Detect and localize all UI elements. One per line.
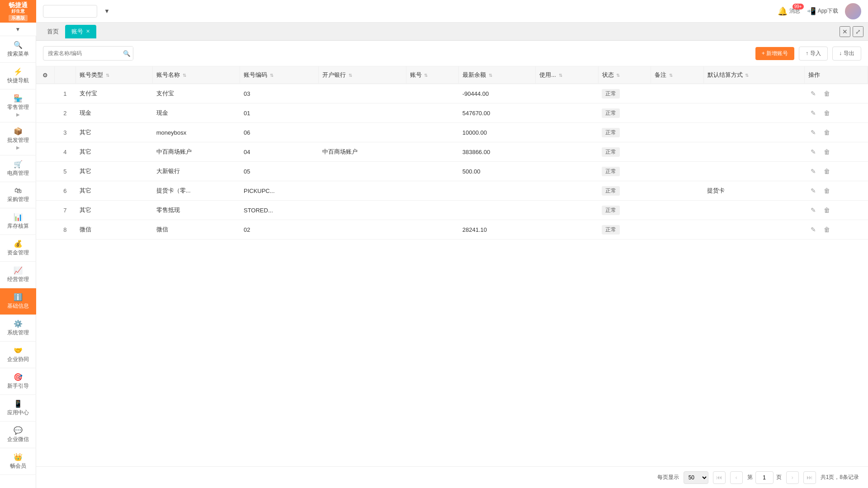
row-code: 01	[240, 103, 319, 123]
sidebar-item-member[interactable]: 👑 畅会员	[0, 448, 36, 475]
user-avatar[interactable]	[845, 3, 861, 19]
sidebar-item-ecommerce-mgmt[interactable]: 🛒 电商管理	[0, 155, 36, 182]
edit-btn[interactable]: ✎	[808, 225, 818, 235]
tab-account-label: 账号	[71, 28, 83, 36]
delete-btn[interactable]: 🗑	[822, 186, 832, 196]
delete-btn[interactable]: 🗑	[822, 166, 832, 176]
table-row: 6 其它 提货卡（零... PICKUPC... 正常 提货卡 ✎ 🗑	[36, 181, 868, 201]
table-row: 7 其它 零售抵现 STORED... 正常 ✎ 🗑	[36, 201, 868, 220]
topbar-app-download[interactable]: 📲 App下载	[807, 7, 838, 15]
page-next-btn[interactable]: ›	[786, 471, 799, 484]
sidebar-item-operation-mgmt[interactable]: 📈 经营管理	[0, 262, 36, 288]
table-row: 5 其它 大新银行 05 500.00 正常 ✎ 🗑	[36, 162, 868, 181]
export-icon: ↓	[839, 50, 842, 56]
toolbar-actions: + 新增账号 ↑ 导入 ↓ 导出	[755, 47, 861, 61]
sidebar-item-retail-mgmt[interactable]: 🏪 零售管理 ▶	[0, 89, 36, 122]
sidebar-item-new-guide[interactable]: 🎯 新手引导	[0, 368, 36, 395]
col-default-payment[interactable]: 默认结算方式 ⇅	[703, 66, 804, 84]
sidebar-dropdown[interactable]: ▼	[0, 23, 36, 36]
topbar-msg[interactable]: 🔔 消息 99+	[778, 6, 800, 16]
export-button[interactable]: ↓ 导出	[832, 47, 861, 61]
row-usage	[536, 181, 599, 201]
topbar-app-label: App下载	[818, 7, 838, 15]
row-index: 7	[54, 201, 76, 220]
col-settings[interactable]: ⚙	[36, 66, 54, 84]
col-usage[interactable]: 使用... ⇅	[536, 66, 599, 84]
row-type: 微信	[76, 220, 153, 239]
col-status[interactable]: 状态 ⇅	[598, 66, 651, 84]
page-last-btn[interactable]: ⏭	[803, 471, 816, 484]
row-name: moneybosx	[153, 123, 240, 142]
delete-btn[interactable]: 🗑	[822, 205, 832, 215]
col-name[interactable]: 账号名称 ⇅	[153, 66, 240, 84]
row-settings	[36, 162, 54, 181]
sidebar-item-quick-nav[interactable]: ⚡ 快捷导航	[0, 63, 36, 89]
edit-btn[interactable]: ✎	[808, 108, 818, 118]
col-account[interactable]: 账号 ⇅	[406, 66, 458, 84]
edit-btn[interactable]: ✎	[808, 205, 818, 215]
col-code[interactable]: 账号编码 ⇅	[240, 66, 319, 84]
row-settings	[36, 123, 54, 142]
tab-expand-btn[interactable]: ⤢	[853, 26, 863, 37]
search-icon: 🔍	[123, 50, 131, 57]
row-remark	[651, 162, 703, 181]
row-remark	[651, 123, 703, 142]
edit-btn[interactable]: ✎	[808, 89, 818, 99]
content-area: 🔍 + 新增账号 ↑ 导入 ↓ 导出	[36, 41, 868, 488]
table-row: 2 现金 现金 01 547670.00 正常 ✎ 🗑	[36, 103, 868, 123]
tabbar: 首页 账号 ✕ ✕ ⤢	[36, 23, 868, 41]
edit-btn[interactable]: ✎	[808, 127, 818, 137]
search-button[interactable]: 🔍	[120, 47, 133, 60]
sidebar-item-app-center[interactable]: 📱 应用中心	[0, 395, 36, 422]
tab-account[interactable]: 账号 ✕	[65, 25, 96, 38]
row-account	[406, 162, 458, 181]
import-button[interactable]: ↑ 导入	[799, 47, 828, 61]
page-prev-btn[interactable]: ‹	[730, 471, 743, 484]
content-toolbar: 🔍 + 新增账号 ↑ 导入 ↓ 导出	[36, 41, 868, 66]
add-account-button[interactable]: + 新增账号	[755, 47, 794, 60]
search-input[interactable]	[43, 48, 120, 59]
sidebar-item-enterprise-wechat[interactable]: 💬 企业微信	[0, 422, 36, 448]
sidebar-item-inventory[interactable]: 📊 库存核算	[0, 208, 36, 235]
row-type: 其它	[76, 201, 153, 220]
col-type[interactable]: 账号类型 ⇅	[76, 66, 153, 84]
delete-btn[interactable]: 🗑	[822, 147, 832, 157]
page-first-btn[interactable]: ⏮	[713, 471, 726, 484]
tab-close-icon[interactable]: ✕	[86, 28, 90, 34]
topbar-dropdown-btn[interactable]: ▼	[104, 8, 110, 14]
tab-close-all-btn[interactable]: ✕	[840, 26, 850, 37]
sidebar-item-search-menu[interactable]: 🔍 搜索菜单	[0, 36, 36, 63]
edit-btn[interactable]: ✎	[808, 166, 818, 176]
sidebar-item-enterprise-agreement[interactable]: 🤝 企业协同	[0, 342, 36, 368]
delete-btn[interactable]: 🗑	[822, 108, 832, 118]
row-code: 04	[240, 142, 319, 162]
col-balance[interactable]: 最新余额 ⇅	[459, 66, 536, 84]
row-index: 2	[54, 103, 76, 123]
edit-btn[interactable]: ✎	[808, 147, 818, 157]
col-remark[interactable]: 备注 ⇅	[651, 66, 703, 84]
row-balance: 547670.00	[459, 103, 536, 123]
page-input[interactable]	[755, 471, 774, 484]
sidebar-item-basic-info[interactable]: ℹ️ 基础信息	[0, 288, 36, 315]
row-code: 02	[240, 220, 319, 239]
topbar-search-input[interactable]	[43, 5, 97, 18]
per-page-select[interactable]: 50 20 100	[684, 471, 708, 484]
row-bank	[319, 201, 406, 220]
download-icon: 📲	[807, 7, 816, 15]
sidebar-item-wholesale-mgmt[interactable]: 📦 批发管理 ▶	[0, 122, 36, 155]
topbar-left: ▼	[43, 5, 110, 18]
sidebar-item-purchase-mgmt[interactable]: 🛍 采购管理	[0, 182, 36, 208]
sidebar-item-system-mgmt[interactable]: ⚙️ 系统管理	[0, 315, 36, 342]
delete-btn[interactable]: 🗑	[822, 225, 832, 235]
row-settings	[36, 103, 54, 123]
sidebar-item-finance-mgmt[interactable]: 💰 资金管理	[0, 235, 36, 262]
row-status: 正常	[598, 142, 651, 162]
tab-home[interactable]: 首页	[41, 25, 65, 38]
delete-btn[interactable]: 🗑	[822, 89, 832, 99]
app-name: 畅捷通	[9, 1, 28, 9]
page-label: 第	[747, 474, 753, 481]
delete-btn[interactable]: 🗑	[822, 127, 832, 137]
col-bank[interactable]: 开户银行 ⇅	[319, 66, 406, 84]
edit-btn[interactable]: ✎	[808, 186, 818, 196]
row-status: 正常	[598, 201, 651, 220]
